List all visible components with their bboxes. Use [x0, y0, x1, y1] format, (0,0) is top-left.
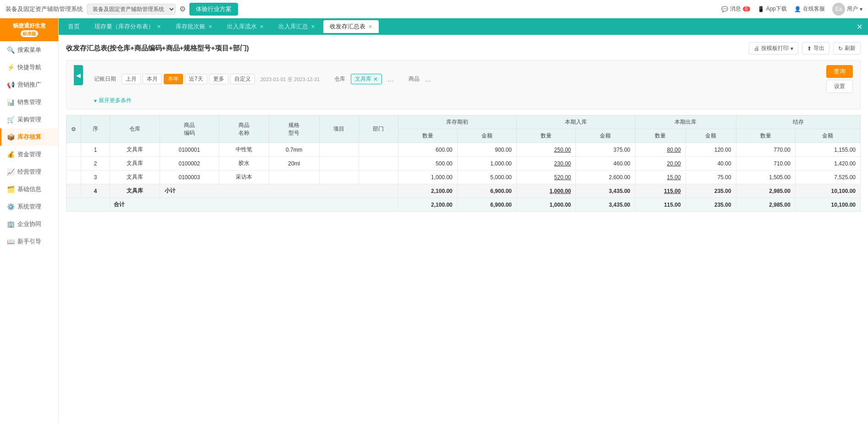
- tab-summary[interactable]: 出入库汇总 ✕: [272, 20, 321, 33]
- total-out-amt: 235.00: [686, 198, 736, 212]
- message-nav[interactable]: 💬 消息 6: [721, 5, 750, 13]
- online-service-nav[interactable]: 👤 在线客服: [794, 5, 825, 13]
- warehouse-dots[interactable]: ...: [387, 75, 393, 83]
- row-settings[interactable]: [66, 157, 81, 170]
- avatar: Ea: [832, 3, 845, 16]
- tab-close-batch[interactable]: ✕: [208, 24, 212, 30]
- row-out-amt: 40.00: [686, 157, 736, 170]
- row-settings[interactable]: [66, 143, 81, 157]
- try-button[interactable]: 体验行业方案: [189, 3, 238, 16]
- sidebar-item-operation[interactable]: 📈 经营管理: [0, 163, 58, 181]
- tab-close-flow[interactable]: ✕: [260, 24, 264, 30]
- settings-button[interactable]: 设置: [826, 80, 853, 93]
- row-out-qty[interactable]: 80.00: [635, 143, 686, 157]
- goods-dots[interactable]: ...: [425, 75, 431, 83]
- company-icon: 🏢: [7, 220, 15, 228]
- row-in-amt: 460.00: [576, 157, 635, 170]
- refresh-icon: ↻: [838, 45, 843, 52]
- tab-flow[interactable]: 出入库流水 ✕: [221, 20, 270, 33]
- query-button[interactable]: 查询: [826, 65, 853, 78]
- tab-close-recv-send[interactable]: ✕: [368, 24, 372, 30]
- tab-batch[interactable]: 库存批次账 ✕: [169, 20, 219, 33]
- purchase-icon: 🛒: [7, 116, 15, 123]
- date-btn-7days[interactable]: 近7天: [185, 74, 207, 84]
- user-nav[interactable]: Ea 用户 ▾: [832, 3, 862, 16]
- row-project: [319, 170, 359, 184]
- col-group-opening: 库存期初: [398, 115, 516, 129]
- sidebar-item-company[interactable]: 🏢 企业协同: [0, 215, 58, 233]
- system-selector[interactable]: 装备及固定资产辅助管理系统: [87, 4, 176, 15]
- print-button[interactable]: 🖨 按模板打印 ▾: [749, 42, 798, 55]
- warehouse-tag[interactable]: 文具库 ✕: [351, 74, 382, 84]
- date-label: 记账日期: [94, 75, 116, 83]
- row-goods-spec: 20ml: [269, 157, 319, 170]
- sidebar-item-sales[interactable]: 📊 销售管理: [0, 93, 58, 111]
- date-btn-this-year[interactable]: 本年: [164, 74, 183, 84]
- col-dept: 部门: [359, 115, 398, 143]
- row-in-qty[interactable]: 520.00: [517, 170, 576, 184]
- row-project: [319, 157, 359, 170]
- col-in-amt: 金额: [576, 129, 635, 143]
- tab-recv-send[interactable]: 收发存汇总表 ✕: [323, 20, 379, 33]
- remove-warehouse-icon[interactable]: ✕: [373, 76, 378, 82]
- sidebar-item-marketing[interactable]: 📢 营销推广: [0, 76, 58, 93]
- col-balance-qty: 数量: [736, 129, 795, 143]
- sidebar-item-basic[interactable]: 🗂️ 基础信息: [0, 181, 58, 198]
- sidebar-item-quick[interactable]: ⚡ 快捷导航: [0, 59, 58, 76]
- sidebar-item-inventory[interactable]: 📦 库存核算: [0, 128, 58, 146]
- row-opening-amt: 900.00: [457, 143, 516, 157]
- row-in-amt: 2,600.00: [576, 170, 635, 184]
- sidebar-item-system[interactable]: ⚙️ 系统管理: [0, 198, 58, 215]
- sidebar-item-finance[interactable]: 💰 资金管理: [0, 146, 58, 163]
- refresh-button[interactable]: ↻ 刷新: [833, 42, 861, 55]
- row-goods-name: 采访本: [219, 170, 269, 184]
- col-settings[interactable]: ⚙: [66, 115, 81, 143]
- tab-close-summary[interactable]: ✕: [311, 24, 315, 30]
- operation-icon: 📈: [7, 168, 15, 176]
- col-opening-qty: 数量: [398, 129, 457, 143]
- page-title: 收发存汇总表(按仓库+商品编码+商品+规格型号+项目+部门): [66, 44, 249, 53]
- row-in-qty[interactable]: 230.00: [517, 157, 576, 170]
- gear-icon[interactable]: ⚙: [179, 5, 186, 13]
- tab-stock-dist[interactable]: 现存量（库存分布表） ✕: [88, 20, 167, 33]
- total-spacer: 合计: [110, 198, 398, 212]
- row-project: [319, 143, 359, 157]
- tab-close-stock-dist[interactable]: ✕: [157, 24, 161, 30]
- row-opening-qty: 500.00: [398, 157, 457, 170]
- subtotal-out-qty[interactable]: 115.00: [635, 184, 686, 198]
- total-balance-qty: 2,985.00: [736, 198, 795, 212]
- expand-conditions-button[interactable]: ▾ 展开更多条件: [94, 97, 853, 104]
- row-out-qty[interactable]: 20.00: [635, 157, 686, 170]
- col-project: 项目: [319, 115, 359, 143]
- tab-close-all-button[interactable]: ✕: [853, 22, 866, 31]
- row-settings[interactable]: [66, 170, 81, 184]
- row-out-amt: 120.00: [686, 143, 736, 157]
- message-badge: 6: [743, 6, 750, 11]
- row-out-qty[interactable]: 15.00: [635, 170, 686, 184]
- row-in-amt: 375.00: [576, 143, 635, 157]
- date-btn-last-month[interactable]: 上月: [122, 74, 141, 84]
- row-in-qty[interactable]: 250.00: [517, 143, 576, 157]
- table-row: 2 文具库 0100002 胶水 20ml 500.00 1,000.00 23…: [66, 157, 861, 170]
- export-button[interactable]: ⬆ 导出: [802, 42, 829, 55]
- subtotal-warehouse: 文具库: [110, 184, 160, 198]
- date-btn-more[interactable]: 更多: [209, 74, 228, 84]
- date-btn-this-month[interactable]: 本月: [143, 74, 162, 84]
- guide-icon: 📖: [7, 238, 15, 245]
- subtotal-in-amt: 3,435.00: [576, 184, 635, 198]
- sidebar-item-purchase[interactable]: 🛒 采购管理: [0, 111, 58, 128]
- sidebar-item-search[interactable]: 🔍 搜索菜单: [0, 41, 58, 59]
- export-icon: ⬆: [807, 45, 812, 52]
- collapse-filter-button[interactable]: ◀: [74, 65, 83, 85]
- table-row: 3 文具库 0100003 采访本 1,000.00 5,000.00 520.…: [66, 170, 861, 184]
- subtotal-in-qty[interactable]: 1,000.00: [517, 184, 576, 198]
- tab-home[interactable]: 首页: [61, 20, 86, 33]
- date-btn-custom[interactable]: 自定义: [230, 74, 255, 84]
- system-icon: ⚙️: [7, 203, 15, 210]
- sidebar-item-guide[interactable]: 📖 新手引导: [0, 233, 58, 250]
- row-balance-qty: 1,505.00: [736, 170, 795, 184]
- inventory-icon: 📦: [7, 133, 15, 141]
- sales-icon: 📊: [7, 99, 15, 106]
- col-goods-code: 商品编码: [160, 115, 219, 143]
- app-download-nav[interactable]: 📱 App下载: [757, 5, 787, 13]
